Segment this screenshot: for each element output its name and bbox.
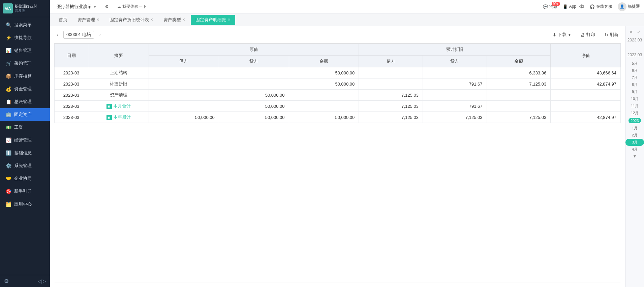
- cell-balance: [289, 101, 359, 112]
- logo-version: 普及版: [15, 8, 37, 13]
- timeline-month-8月[interactable]: 8月: [625, 81, 644, 88]
- timeline-month-4[interactable]: 4月: [625, 146, 644, 153]
- prev-asset-btn[interactable]: ‹: [54, 31, 61, 38]
- service-btn[interactable]: 🎧 在线客服: [590, 4, 612, 9]
- timeline-month-10月[interactable]: 10月: [625, 95, 644, 102]
- cell-acc-debit: 7,125.03: [359, 112, 423, 123]
- basic-info-icon: ℹ️: [5, 150, 11, 156]
- settings-icon[interactable]: ⚙: [4, 278, 9, 284]
- cell-debit: 50,000.00: [149, 112, 219, 123]
- cell-date: 2023-03: [55, 67, 88, 78]
- download-btn[interactable]: ⬇ 下载 ▼: [550, 30, 574, 39]
- sidebar-item-label-fixed-assets: 固定资产: [14, 111, 32, 118]
- top-header: 医疗器械行业演示 ▼ ⚙ ☁ 我要体验一下 💬 消息 99+ 📱 App下载 🎧…: [50, 0, 644, 13]
- timeline-month-2[interactable]: 2月: [625, 132, 644, 139]
- dropdown-icon: ▼: [93, 5, 97, 9]
- cell-credit: 50,000.00: [219, 90, 289, 101]
- timeline-month-3[interactable]: 3月: [625, 139, 644, 146]
- cell-date: 2023-03: [55, 78, 88, 90]
- sidebar-item-operations[interactable]: 📈 经营管理: [0, 134, 50, 147]
- sub-nav: ‹ 000001 电脑 › ⬇ 下载 ▼ 🖨 打印 ↻ 刷新: [54, 30, 621, 39]
- header-settings-btn[interactable]: ⚙: [102, 2, 112, 11]
- sidebar-item-fixed-assets[interactable]: 🏢 固定资产: [0, 108, 50, 121]
- tab-depreciation-table[interactable]: 固定资产折旧统计表✕: [105, 15, 158, 25]
- logo-text: 畅捷通好业财: [15, 4, 37, 8]
- sidebar-item-label-ledger: 总账管理: [14, 99, 32, 105]
- timeline-month-7月[interactable]: 7月: [625, 74, 644, 81]
- col-credit: 贷方: [219, 56, 289, 67]
- main-area: 医疗器械行业演示 ▼ ⚙ ☁ 我要体验一下 💬 消息 99+ 📱 App下载 🎧…: [50, 0, 644, 287]
- col-original-value-group: 原值: [149, 44, 359, 56]
- collaboration-icon: 🤝: [5, 176, 11, 182]
- timeline-month-12月[interactable]: 12月: [625, 109, 644, 117]
- sidebar-item-collaboration[interactable]: 🤝 企业协同: [0, 172, 50, 185]
- cell-net-value: 42,874.97: [551, 78, 621, 90]
- timeline-nav-down[interactable]: ▼: [632, 153, 638, 160]
- timeline-month-9月[interactable]: 9月: [625, 88, 644, 95]
- timeline-expand-btn[interactable]: ⤢: [635, 28, 643, 36]
- sidebar-bottom: ⚙ ◁▷: [0, 275, 50, 287]
- next-asset-btn[interactable]: ›: [97, 31, 103, 38]
- tab-close-depreciation-table[interactable]: ✕: [150, 18, 153, 22]
- sidebar-item-ledger[interactable]: 📋 总账管理: [0, 95, 50, 108]
- tab-close-asset-mgmt[interactable]: ✕: [96, 18, 99, 22]
- tab-close-asset-type[interactable]: ✕: [182, 18, 185, 22]
- sidebar-item-basic-info[interactable]: ℹ️ 基础信息: [0, 147, 50, 159]
- timeline-close-btn[interactable]: ✕: [627, 28, 635, 36]
- tab-asset-type[interactable]: 资产类型✕: [159, 15, 190, 25]
- cell-credit: [219, 78, 289, 90]
- toolbar-right: ⬇ 下载 ▼ 🖨 打印 ↻ 刷新: [550, 30, 621, 39]
- cell-summary: 上期结转: [88, 67, 149, 78]
- cell-acc-balance: 7,125.03: [487, 78, 551, 90]
- asset-code-tag: 000001 电脑: [63, 31, 94, 39]
- quick-nav-icon: ⚡: [5, 35, 11, 41]
- sidebar-item-system[interactable]: ⚙️ 系统管理: [0, 159, 50, 172]
- user-section[interactable]: 👤 畅捷通: [618, 2, 640, 11]
- payroll-icon: 💵: [5, 124, 11, 130]
- content-area: ‹ 000001 电脑 › ⬇ 下载 ▼ 🖨 打印 ↻ 刷新: [50, 26, 644, 287]
- service-label: 在线客服: [596, 4, 612, 9]
- inventory-icon: 📦: [5, 73, 11, 79]
- tab-asset-mgmt[interactable]: 资产管理✕: [73, 15, 104, 25]
- sidebar-item-inventory[interactable]: 📦 库存核算: [0, 70, 50, 83]
- col-date: 日期: [55, 44, 88, 67]
- cell-acc-balance: [487, 90, 551, 101]
- refresh-btn[interactable]: ↻ 刷新: [602, 30, 621, 39]
- cell-balance: 50,000.00: [289, 78, 359, 90]
- try-btn[interactable]: ☁ 我要体验一下: [117, 4, 147, 9]
- timeline-month-11月[interactable]: 11月: [625, 102, 644, 109]
- timeline-month-5月[interactable]: 5月: [625, 60, 644, 67]
- print-btn[interactable]: 🖨 打印: [578, 30, 598, 39]
- timeline-month-1[interactable]: 1月: [625, 125, 644, 132]
- message-btn[interactable]: 💬 消息 99+: [543, 4, 557, 9]
- cell-summary: 资产清理: [88, 90, 149, 101]
- asset-detail-table: 日期 摘要 原值 累计折旧 净值 借方 贷方 余额 借方 贷方 余额: [54, 43, 621, 283]
- print-icon: 🖨: [581, 32, 585, 37]
- download-label: 下载: [558, 32, 566, 38]
- sidebar-item-guide[interactable]: 🎯 新手引导: [0, 185, 50, 198]
- sidebar-item-purchase[interactable]: 🛒 采购管理: [0, 57, 50, 70]
- download-btn[interactable]: 📱 App下载: [563, 4, 584, 9]
- cell-acc-credit: 791.67: [423, 101, 487, 112]
- timeline-month-6月[interactable]: 6月: [625, 67, 644, 74]
- cell-acc-credit: 791.67: [423, 78, 487, 90]
- sidebar-item-payroll[interactable]: 💵 工资: [0, 121, 50, 134]
- col-accumulated-dep-group: 累计折旧: [359, 44, 551, 56]
- collapse-icon[interactable]: ◁▷: [38, 278, 46, 284]
- message-icon: 💬: [543, 4, 548, 9]
- cell-balance: 50,000.00: [289, 112, 359, 123]
- print-label: 打印: [586, 32, 595, 38]
- tab-home[interactable]: 首页: [54, 15, 72, 25]
- sidebar-item-app-center[interactable]: 🗂️ 应用中心: [0, 198, 50, 211]
- sidebar-item-search[interactable]: 🔍 搜索菜单: [0, 19, 50, 31]
- sidebar-item-quick-nav[interactable]: ⚡ 快捷导航: [0, 31, 50, 44]
- sidebar-item-sales[interactable]: 📊 销售管理: [0, 44, 50, 57]
- company-selector[interactable]: 医疗器械行业演示 ▼: [54, 2, 99, 11]
- tab-close-asset-detail[interactable]: ✕: [227, 18, 231, 22]
- sidebar-item-finance[interactable]: 💰 资金管理: [0, 83, 50, 95]
- cell-acc-balance: 7,125.03: [487, 112, 551, 123]
- cell-acc-balance: [487, 101, 551, 112]
- cell-debit: [149, 101, 219, 112]
- tab-asset-detail[interactable]: 固定资产明细账✕: [191, 15, 235, 25]
- cell-balance: [289, 90, 359, 101]
